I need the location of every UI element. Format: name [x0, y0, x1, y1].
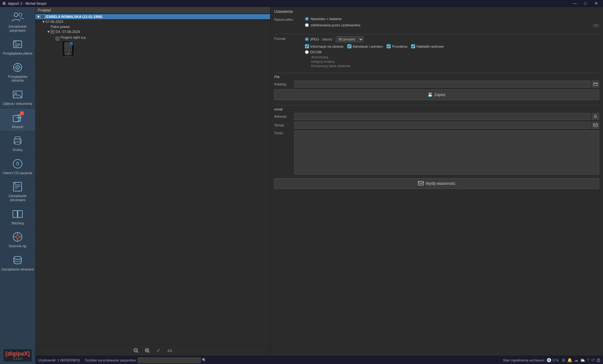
checkbox-przes: Przysłona: [387, 44, 407, 48]
tree-thumbnail: ✓: [62, 40, 74, 56]
sidebar-item-drukuj[interactable]: Drukuj: [0, 131, 35, 155]
status-search-label: Szybkie wyszukiwanie pacjentów:: [85, 358, 137, 362]
sidebar-item-zlecenia[interactable]: Zarządzanie zleceniami: [0, 178, 35, 205]
sidebar-label-dziennik: Dziennik rtg: [9, 244, 26, 248]
preview-toolbar: ✓ ▭: [35, 345, 270, 356]
sidebar-item-eksport[interactable]: ! Eksport: [0, 109, 35, 132]
format-radio-dicom[interactable]: [305, 50, 309, 54]
preview-header: Podgląd: [35, 7, 270, 13]
tresc-row: Treść:: [274, 131, 599, 174]
manage-images-icon: [11, 254, 24, 267]
svg-rect-18: [15, 142, 20, 144]
dicom-integruj-label: Integruj zmiany: [311, 60, 335, 63]
svg-rect-28: [18, 211, 22, 217]
temat-input[interactable]: [294, 122, 590, 129]
sidebar-item-przegladarka-obrazow[interactable]: Przeglądarka obrazów: [0, 58, 35, 85]
tree-fingers-label: Fingers right a.p.: [61, 35, 87, 39]
sidebar: Zarządzanie pacjentami Przeglądarka plik…: [0, 7, 35, 364]
tree-checkbox-dx[interactable]: ✓: [51, 30, 54, 34]
katalog-label: Katalog:: [274, 82, 293, 86]
format-radio-jpeg[interactable]: [305, 37, 309, 41]
minimize-button[interactable]: —: [570, 0, 580, 7]
tree-row-patient[interactable]: ▼ ✓ IZABELA NOWALSKA (12-01-1998): [35, 14, 270, 19]
bell-icon[interactable]: 🔔: [567, 358, 572, 362]
cd-icon: [11, 157, 24, 170]
frame-button[interactable]: ▭: [166, 346, 174, 355]
dicom-kompresuj: Kompresuj dane obrazów: [305, 64, 599, 68]
sidebar-item-zarzadzanie-pacjentami[interactable]: Zarządzanie pacjentami: [0, 8, 35, 35]
katalog-input[interactable]: [294, 81, 590, 88]
tree-checkbox-patient[interactable]: ✓: [41, 15, 44, 19]
katalog-row: Katalog:: [274, 81, 599, 88]
cloud-icon[interactable]: ☁: [574, 358, 578, 362]
statusbar: Użytkownik: 1 (MISERWIS) Szybkie wyszuki…: [35, 356, 603, 364]
dicom-anonimizuj: Anonimizuj: [305, 55, 599, 59]
images-icon: [11, 61, 24, 74]
grid-icon[interactable]: ⊞: [562, 358, 565, 362]
quality-select[interactable]: 90 procent 10 procent 20 procent 30 proc…: [336, 36, 364, 42]
save-icon: 💾: [428, 93, 432, 97]
logo-bracket: ]: [28, 351, 30, 357]
svg-point-1: [19, 13, 22, 16]
adresat-input[interactable]: [294, 113, 590, 120]
email-section-title: email: [274, 107, 599, 111]
top-section: Podgląd ▼ ✓ IZABELA NOWALSKA (12-01-1998…: [35, 7, 603, 356]
refresh-icon[interactable]: ↺: [591, 358, 595, 362]
tree-row-palce[interactable]: Palce prawa: [35, 24, 270, 29]
status-search-input[interactable]: [138, 357, 201, 363]
digipa-logo: [digipa X ] 2.1.6.0: [0, 347, 35, 364]
format-jpeg-row: JPEG Jakość: 90 procent 10 procent 20 pr…: [305, 36, 599, 42]
settings-panel: Ustawienia Nazwa pliku: Nazwisko + badan…: [270, 7, 603, 356]
zoom-in-button[interactable]: [143, 346, 152, 355]
jpeg-checkboxes: Informacje na obrazie Adnotacje i pomiar…: [305, 44, 599, 48]
check-all-button[interactable]: ✓: [154, 346, 163, 355]
maximize-button[interactable]: □: [580, 0, 590, 7]
katalog-browse-button[interactable]: [592, 81, 599, 88]
checkbox-nakladki-input[interactable]: [411, 44, 415, 48]
format-label: Format:: [274, 36, 302, 40]
sidebar-item-zdjecia-dokumenty[interactable]: Zdjęcia i dokumenty: [0, 85, 35, 109]
format-jpeg-option: JPEG: [305, 37, 319, 41]
sidebar-label-stitching: Stitching: [11, 221, 24, 225]
close-button[interactable]: ✕: [591, 0, 601, 7]
cloud2-icon[interactable]: ⛅: [580, 358, 585, 362]
svg-point-54: [69, 49, 70, 50]
filename-radio-nazwisko[interactable]: [305, 17, 309, 21]
svg-point-50: [69, 45, 70, 46]
svg-point-48: [66, 44, 67, 46]
tresc-textarea[interactable]: [294, 131, 599, 174]
sidebar-item-stitching[interactable]: Stitching: [0, 205, 35, 228]
checkbox-info: Informacje na obrazie: [305, 44, 344, 48]
zoom-out-button[interactable]: [132, 346, 140, 355]
sidebar-label-cd: Utwórz CD pacjenta: [3, 171, 32, 175]
tree-row-fingers[interactable]: ✓ Fingers right a.p.: [35, 34, 270, 57]
send-button[interactable]: Wyślij wiadomość: [274, 178, 599, 189]
svg-line-58: [137, 351, 138, 353]
temat-icon-btn[interactable]: [592, 122, 599, 129]
filename-arrow-button[interactable]: ◁▷: [593, 22, 599, 28]
tree-checkbox-fingers[interactable]: ✓: [56, 37, 59, 40]
preview-panel: Podgląd ▼ ✓ IZABELA NOWALSKA (12-01-1998…: [35, 7, 270, 356]
sidebar-item-cd[interactable]: Utwórz CD pacjenta: [0, 155, 35, 178]
sidebar-label-obrazami: Zarządzanie obrazami: [1, 267, 34, 271]
tree-row-dx[interactable]: ▼ ✓ DX, 07-06-2024: [35, 29, 270, 34]
filename-radio-custom[interactable]: [305, 23, 309, 27]
tree-dx: DX, 07-06-2024: [56, 30, 80, 34]
tree-arrow-patient: ▼: [37, 15, 41, 19]
adresat-row: Adresat:: [274, 113, 599, 120]
power-icon[interactable]: ⏻: [596, 358, 600, 362]
sidebar-label-drukuj: Drukuj: [13, 148, 22, 152]
checkbox-info-input[interactable]: [305, 44, 309, 48]
sidebar-item-przegladarka-plikow[interactable]: Przeglądarka plików: [0, 35, 35, 58]
sidebar-item-dziennik[interactable]: Dziennik rtg: [0, 228, 35, 251]
save-button[interactable]: 💾 Zapisz: [274, 89, 599, 100]
sidebar-label-obrazow: Przeglądarka obrazów: [1, 75, 34, 83]
tree-row-date[interactable]: ▼ 07-06-2024: [35, 19, 270, 24]
sidebar-item-obrazami[interactable]: Zarządzanie obrazami: [0, 251, 35, 274]
checkbox-info-label: Informacje na obrazie: [310, 45, 344, 48]
help-icon[interactable]: ?: [587, 358, 589, 362]
titlebar-left: 🖥 digipaX 2 - Michał Sergot: [2, 1, 46, 6]
adresat-icon-btn[interactable]: [592, 113, 599, 120]
checkbox-przes-input[interactable]: [387, 44, 391, 48]
checkbox-adnotacje-input[interactable]: [347, 44, 351, 48]
